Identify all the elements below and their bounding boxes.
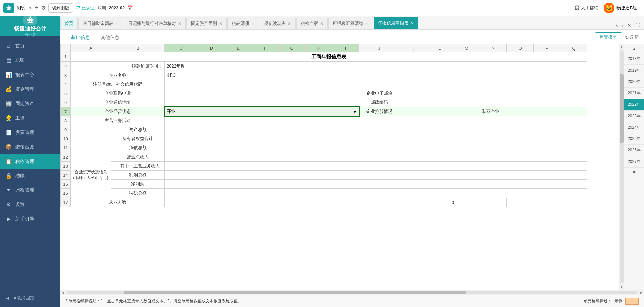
scroll-thumb[interactable] — [620, 74, 624, 144]
h-scrollbar[interactable]: ◄ ► — [60, 290, 644, 295]
col-header-I[interactable]: I — [332, 44, 359, 52]
cell-15-value[interactable] — [165, 180, 587, 189]
sidebar-item-finance[interactable]: 💰 资金管理 — [0, 82, 60, 96]
scroll-up-button[interactable]: ▲ — [620, 45, 624, 49]
year-item-2019[interactable]: 2019年 — [624, 65, 644, 76]
col-header-A[interactable]: A — [71, 44, 111, 52]
cell-8-value[interactable] — [165, 116, 587, 125]
vertical-scrollbar[interactable]: ▲ ▼ — [619, 44, 624, 290]
col-header-C[interactable]: C — [165, 44, 198, 52]
year-item-2018[interactable]: 2018年 — [624, 53, 644, 65]
support-button[interactable]: 🎧 人工咨询 — [574, 5, 598, 11]
col-header-G[interactable]: G — [279, 44, 306, 52]
tab-income-tax-close[interactable]: ✕ — [365, 21, 369, 26]
company-dropdown-icon[interactable]: ▼ — [28, 6, 32, 10]
add-tab-icon[interactable]: + — [35, 4, 39, 11]
col-header-J[interactable]: J — [359, 44, 399, 52]
sub-tab-other[interactable]: 其他信息 — [95, 33, 125, 43]
cell-2-value[interactable]: 2022年度 — [165, 62, 359, 71]
cell-13-value[interactable] — [165, 162, 587, 171]
dropdown-arrow[interactable]: ▼ — [353, 109, 357, 114]
col-header-N[interactable]: N — [480, 44, 507, 52]
cell-5-email[interactable] — [399, 89, 587, 98]
scroll-down-button[interactable]: ▼ — [620, 284, 624, 289]
cell-3-value[interactable]: 测试 — [165, 71, 359, 80]
calendar-icon[interactable]: 📅 — [127, 5, 133, 10]
cell-12-value[interactable] — [165, 152, 587, 162]
cell-6-address[interactable] — [165, 98, 359, 107]
tab-income-tax[interactable]: 所得税汇算清缴 ✕ — [328, 17, 373, 29]
cell-9-value[interactable] — [165, 125, 587, 134]
cell-4-value[interactable] — [165, 80, 359, 89]
col-header-P[interactable]: P — [534, 44, 560, 52]
sub-tab-basic[interactable]: 基础信息 — [66, 33, 95, 43]
sidebar-item-payroll[interactable]: 👷 工资 — [0, 111, 60, 125]
col-header-Q[interactable]: Q — [560, 44, 587, 52]
sidebar-item-invoice[interactable]: 🧾 发票管理 — [0, 125, 60, 140]
col-header-H[interactable]: H — [306, 44, 332, 52]
old-version-button[interactable]: 切到旧版 — [48, 3, 73, 13]
tab-tax-expert-close[interactable]: ✕ — [320, 21, 323, 26]
col-header-F[interactable]: F — [252, 44, 279, 52]
sidebar-item-ledger[interactable]: ▤ 总账 — [0, 53, 60, 68]
sidebar-item-fixed[interactable]: 🏢 固定资产 — [0, 96, 60, 111]
tab-prev-button[interactable]: ‹ — [615, 21, 619, 29]
cell-7-holding-value[interactable]: 私营企业 — [480, 107, 587, 116]
cell-14-value[interactable] — [165, 171, 587, 180]
col-header-L[interactable]: L — [426, 44, 453, 52]
year-item-2026[interactable]: 2026年 — [624, 145, 644, 156]
cell-5-phone[interactable] — [165, 89, 359, 98]
tab-tax-expert[interactable]: 税检专家 ✕ — [296, 17, 328, 29]
tab-tax-table-close[interactable]: ✕ — [251, 21, 255, 26]
tab-journal-close[interactable]: ✕ — [178, 21, 181, 26]
tab-tax-change-close[interactable]: ✕ — [288, 21, 291, 26]
col-header-E[interactable]: E — [225, 44, 252, 52]
cell-6-postal[interactable] — [399, 98, 587, 107]
cell-16-value[interactable] — [165, 189, 587, 198]
tab-annual-close[interactable]: ✕ — [411, 21, 414, 26]
sidebar-item-settings[interactable]: ⚙ 设置 — [0, 197, 60, 212]
year-item-2020[interactable]: 2020年 — [624, 76, 644, 88]
tab-fixed-asset[interactable]: 固定资产类别 ✕ — [186, 17, 227, 29]
col-header-M[interactable]: M — [453, 44, 480, 52]
year-item-2023[interactable]: 2023年 — [624, 111, 644, 122]
sidebar-item-report[interactable]: 📊 报表中心 — [0, 68, 60, 82]
h-scroll-track[interactable] — [67, 291, 637, 294]
col-header-D[interactable]: D — [198, 44, 225, 52]
h-scroll-right[interactable]: ► — [639, 290, 644, 295]
tab-next-button[interactable]: › — [620, 21, 625, 29]
year-item-2025[interactable]: 2025年 — [624, 133, 644, 145]
tab-expand-button[interactable]: ⛶ — [634, 21, 641, 29]
tab-aux-close[interactable]: ✕ — [115, 21, 119, 26]
cell-11-value[interactable] — [165, 143, 587, 152]
tab-aux[interactable]: 科目辅助余额表 ✕ — [78, 17, 123, 29]
dropdown-cell[interactable]: 开业 ▼ — [167, 108, 357, 115]
year-up-button[interactable]: ▲ — [631, 45, 637, 52]
year-item-2021[interactable]: 2021年 — [624, 88, 644, 99]
cell-1-title[interactable]: 工商年报信息表 — [71, 52, 587, 62]
sidebar-item-archive[interactable]: 🗄 归档管理 — [0, 183, 60, 197]
tab-journal[interactable]: 日记账与银行对账单核对 ✕ — [124, 17, 186, 29]
sidebar-item-home[interactable]: ⌂ 首页 — [0, 39, 60, 53]
col-header-B[interactable]: B — [111, 44, 165, 52]
sidebar-item-tax[interactable]: 📋 税务管理 — [0, 154, 60, 169]
tab-close-all-button[interactable]: ✕ — [626, 21, 633, 29]
tab-annual[interactable]: 年报信息申报表 ✕ — [374, 17, 418, 29]
col-header-K[interactable]: K — [399, 44, 426, 52]
sidebar-item-guide[interactable]: ▶ 新手引导 — [0, 212, 60, 226]
settings-icon[interactable]: ⚙ — [41, 5, 46, 11]
cell-10-value[interactable] — [165, 134, 587, 143]
sheet-container[interactable]: A B C D E F G H I J K L — [60, 44, 619, 290]
cell-17-count[interactable]: 0 — [399, 198, 507, 207]
year-item-2022[interactable]: 2022年 — [624, 99, 644, 111]
year-item-2024[interactable]: 2024年 — [624, 122, 644, 133]
refresh-button[interactable]: ↻ 刷新 — [625, 34, 639, 40]
sidebar-item-inventory[interactable]: 📦 进销台账 — [0, 140, 60, 154]
tab-home[interactable]: 首页 — [60, 17, 78, 29]
cell-7-status[interactable]: 开业 ▼ — [165, 107, 359, 116]
tab-fixed-close[interactable]: ✕ — [219, 21, 222, 26]
h-scroll-left[interactable]: ◄ — [60, 290, 66, 295]
h-scroll-thumb[interactable] — [124, 291, 466, 294]
year-down-button[interactable]: ▼ — [631, 169, 637, 176]
sidebar-item-closing[interactable]: 🔒 结账 — [0, 169, 60, 183]
